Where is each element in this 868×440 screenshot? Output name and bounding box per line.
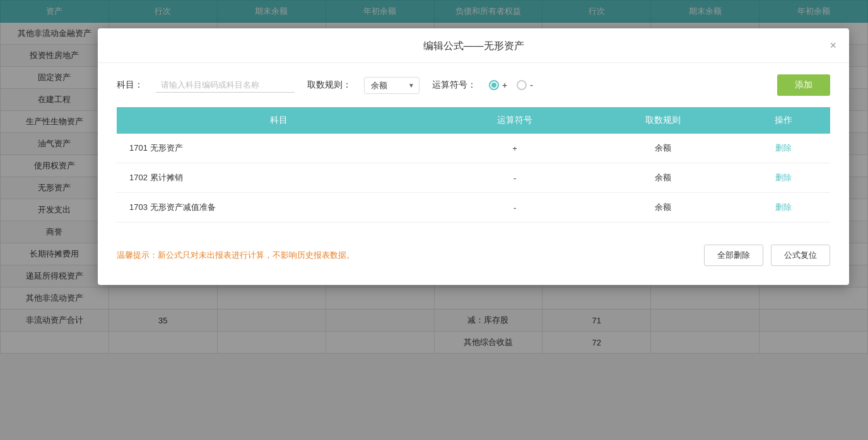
operator-radio-group: + - xyxy=(489,80,533,90)
modal-title: 编辑公式——无形资产 xyxy=(423,40,524,53)
add-button[interactable]: 添加 xyxy=(777,74,830,96)
rule-select[interactable]: 余额 借方 贷方 借方累计 贷方累计 xyxy=(364,77,419,94)
modal-table-header: 操作 xyxy=(737,107,830,134)
warning-text: 温馨提示：新公式只对未出报表进行计算，不影响历史报表数据。 xyxy=(117,250,355,261)
operator-minus-radio[interactable]: - xyxy=(517,80,533,90)
edit-formula-modal: 编辑公式——无形资产 × 科目： 取数规则： 余额 借方 贷方 借方累计 贷方累… xyxy=(98,28,849,285)
reset-formula-button[interactable]: 公式复位 xyxy=(771,245,830,266)
action-cell: 删除 xyxy=(737,193,830,223)
action-cell: 删除 xyxy=(737,163,830,193)
table-row: 1702 累计摊销-余额删除 xyxy=(117,163,830,193)
formula-form: 科目： 取数规则： 余额 借方 贷方 借方累计 贷方累计 ▼ 运算符号： + - xyxy=(98,63,849,107)
rule-label: 取数规则： xyxy=(307,79,351,91)
operator-cell: + xyxy=(441,134,589,163)
modal-table-header: 科目 xyxy=(117,107,441,134)
delete-link[interactable]: 删除 xyxy=(775,143,792,153)
formula-table: 科目运算符号取数规则操作 1701 无形资产+余额删除1702 累计摊销-余额删… xyxy=(117,107,830,223)
rule-cell: 余额 xyxy=(589,163,737,193)
modal-close-button[interactable]: × xyxy=(830,40,836,51)
operator-cell: - xyxy=(441,163,589,193)
subject-cell: 1702 累计摊销 xyxy=(117,163,441,193)
delete-all-button[interactable]: 全部删除 xyxy=(704,245,763,266)
delete-link[interactable]: 删除 xyxy=(775,173,792,182)
formula-table-wrapper: 科目运算符号取数规则操作 1701 无形资产+余额删除1702 累计摊销-余额删… xyxy=(98,107,849,223)
operator-cell: - xyxy=(441,193,589,223)
delete-link[interactable]: 删除 xyxy=(775,202,792,212)
subject-label: 科目： xyxy=(117,79,143,91)
modal-table-header: 运算符号 xyxy=(441,107,589,134)
rule-cell: 余额 xyxy=(589,193,737,223)
operator-plus-radio[interactable]: + xyxy=(489,80,507,90)
modal-header: 编辑公式——无形资产 × xyxy=(98,28,849,63)
subject-cell: 1703 无形资产减值准备 xyxy=(117,193,441,223)
table-row: 1701 无形资产+余额删除 xyxy=(117,134,830,163)
radio-minus-icon xyxy=(517,80,527,90)
rule-cell: 余额 xyxy=(589,134,737,163)
table-row: 1703 无形资产减值准备-余额删除 xyxy=(117,193,830,223)
operator-plus-label: + xyxy=(502,80,507,90)
rule-select-container: 余额 借方 贷方 借方累计 贷方累计 ▼ xyxy=(364,77,419,94)
modal-footer: 温馨提示：新公式只对未出报表进行计算，不影响历史报表数据。 全部删除 公式复位 xyxy=(98,235,849,266)
radio-plus-icon xyxy=(489,80,499,90)
operator-minus-label: - xyxy=(530,80,533,90)
action-cell: 删除 xyxy=(737,134,830,163)
subject-cell: 1701 无形资产 xyxy=(117,134,441,163)
subject-input[interactable] xyxy=(156,78,295,93)
footer-buttons: 全部删除 公式复位 xyxy=(704,245,830,266)
operator-label: 运算符号： xyxy=(432,79,476,91)
modal-table-header: 取数规则 xyxy=(589,107,737,134)
